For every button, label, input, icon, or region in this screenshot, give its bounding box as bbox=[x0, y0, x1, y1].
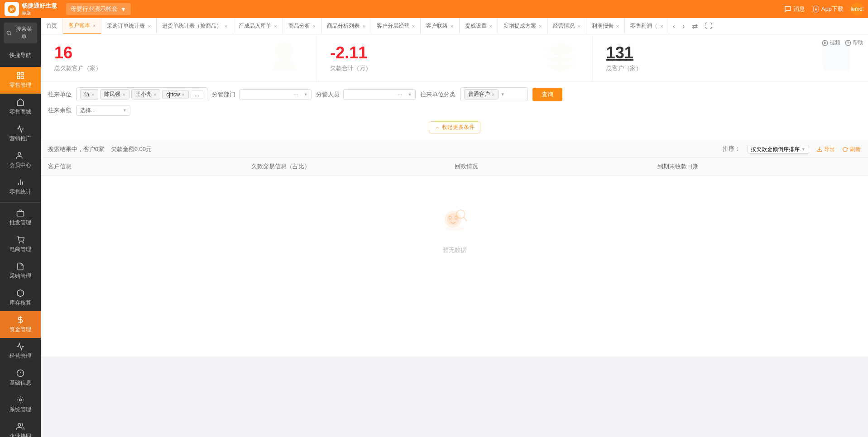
tab-product-analysis-list[interactable]: 商品分析列表 × bbox=[321, 18, 371, 34]
tab-bar: 首页 客户账本 × 采购订单统计表 × 进货单统计表（按商品） × 产成品入库单… bbox=[41, 18, 868, 34]
sidebar-item-basic-info-label: 基础信息 bbox=[10, 379, 31, 387]
account-selector[interactable]: 母婴行业演示帐套 ▼ bbox=[66, 3, 131, 15]
svg-rect-8 bbox=[17, 76, 19, 79]
logo-subtext: 标版 bbox=[22, 10, 57, 16]
sidebar-item-ecommerce[interactable]: 电商管理 bbox=[0, 231, 41, 258]
tab-profit-report[interactable]: 利润报告 × bbox=[586, 18, 625, 34]
tab-fullscreen[interactable]: ⛶ bbox=[701, 18, 716, 34]
sidebar-item-finance-label: 资金管理 bbox=[10, 326, 31, 333]
sidebar-item-member-center[interactable]: 会员中心 bbox=[0, 147, 41, 174]
tab-new-commission-close[interactable]: × bbox=[539, 24, 542, 29]
unit-tag-wu-remove[interactable]: × bbox=[91, 92, 94, 97]
tab-customer-segmentation-close[interactable]: × bbox=[412, 24, 415, 29]
sidebar-item-enterprise-coop-label: 企业协同 bbox=[10, 432, 31, 437]
sidebar-item-wholesale-mgmt[interactable]: 批发管理 bbox=[0, 204, 41, 231]
unit-tag-chen-remove[interactable]: × bbox=[122, 92, 125, 97]
tab-customer-contact-close[interactable]: × bbox=[451, 24, 453, 29]
balance-select[interactable]: 选择... bbox=[76, 105, 130, 116]
content-area: 首页 客户账本 × 采购订单统计表 × 进货单统计表（按商品） × 产成品入库单… bbox=[41, 18, 868, 437]
avatar[interactable]: demo2 bbox=[851, 3, 863, 15]
svg-point-22 bbox=[18, 423, 21, 426]
tab-customer-segmentation[interactable]: 客户分层经营 × bbox=[371, 18, 421, 34]
logo-area: 好 畅捷通好生意 标版 bbox=[5, 2, 57, 16]
tab-product-analysis-list-close[interactable]: × bbox=[362, 24, 365, 29]
sidebar-item-purchase-mgmt[interactable]: 采购管理 bbox=[0, 258, 41, 285]
refresh-btn[interactable]: 刷新 bbox=[842, 145, 861, 154]
tab-commission-settings-close[interactable]: × bbox=[489, 24, 492, 29]
search-menu-btn[interactable]: 搜索菜单 bbox=[4, 23, 37, 43]
unit-class-tag-normal-remove[interactable]: × bbox=[492, 92, 494, 97]
unit-class-dropdown[interactable]: ▼ bbox=[500, 92, 505, 97]
col-header-debt: 欠款交易信息（占比） bbox=[251, 162, 455, 171]
unit-tag-wang-remove[interactable]: × bbox=[153, 92, 156, 97]
sidebar-item-marketing-label: 营销推广 bbox=[10, 135, 31, 142]
unit-class-label: 往来单位分类 bbox=[420, 90, 456, 99]
download-btn[interactable]: App下载 bbox=[812, 5, 844, 13]
tab-scroll-right[interactable]: › bbox=[679, 18, 688, 34]
tab-retail-profit-close[interactable]: × bbox=[660, 24, 663, 29]
tab-commission-settings[interactable]: 提成设置 × bbox=[460, 18, 498, 34]
sidebar-item-enterprise-coop[interactable]: 企业协同 bbox=[0, 418, 41, 437]
sort-label: 排序： bbox=[723, 145, 740, 154]
unit-more-btn[interactable]: ... bbox=[191, 90, 203, 99]
person-label: 分管人员 bbox=[316, 90, 340, 99]
stat-card-debt: -2.11 欠款合计（万） bbox=[317, 34, 592, 81]
unit-class-tag-input[interactable]: 普通客户 × ▼ bbox=[460, 87, 528, 101]
unit-tag-wu: 伍 × bbox=[80, 89, 98, 100]
tab-inbound-stats[interactable]: 进货单统计表（按商品） × bbox=[157, 18, 233, 34]
sidebar-item-basic-info[interactable]: 基础信息 bbox=[0, 365, 41, 391]
unit-tag-cjttcw-remove[interactable]: × bbox=[182, 92, 184, 97]
svg-rect-14 bbox=[17, 211, 24, 216]
sort-select[interactable]: 按欠款金额倒序排序 bbox=[748, 145, 809, 154]
dept-select[interactable] bbox=[239, 89, 312, 100]
person-clear[interactable]: ··· bbox=[398, 92, 402, 97]
sidebar-item-marketing[interactable]: 营销推广 bbox=[0, 120, 41, 147]
sidebar-item-retail-stats[interactable]: 零售统计 bbox=[0, 174, 41, 200]
tab-home[interactable]: 首页 bbox=[41, 18, 63, 34]
tab-product-analysis-list-label: 商品分析列表 bbox=[327, 22, 360, 30]
tab-production-inbound-close[interactable]: × bbox=[274, 24, 277, 29]
tab-product-analysis[interactable]: 商品分析 × bbox=[283, 18, 321, 34]
tab-customer-ledger[interactable]: 客户账本 × bbox=[63, 18, 101, 34]
svg-point-16 bbox=[23, 242, 24, 243]
sidebar-item-operation[interactable]: 经营管理 bbox=[0, 338, 41, 365]
sidebar-item-retail-mgmt[interactable]: 零售管理 bbox=[0, 67, 41, 94]
tab-production-inbound[interactable]: 产成品入库单 × bbox=[233, 18, 283, 34]
unit-tag-input[interactable]: 伍 × 陈民强 × 王小亮 × bbox=[76, 87, 207, 101]
sidebar-item-finance[interactable]: 资金管理 bbox=[0, 311, 41, 338]
query-btn[interactable]: 查询 bbox=[532, 88, 562, 101]
col-header-repayment: 回款情况 bbox=[455, 162, 658, 171]
tab-collapse[interactable]: ⇄ bbox=[688, 18, 701, 34]
export-btn[interactable]: 导出 bbox=[816, 145, 835, 154]
tab-purchase-stats[interactable]: 采购订单统计表 × bbox=[101, 18, 156, 34]
svg-point-40 bbox=[456, 217, 457, 218]
stat-bg-icon-1 bbox=[266, 39, 302, 77]
tab-purchase-stats-close[interactable]: × bbox=[148, 24, 150, 29]
debt-amount: 欠款金额0.00元 bbox=[111, 146, 152, 152]
sidebar-item-retail-mall[interactable]: 零售商城 bbox=[0, 94, 41, 120]
tab-customer-ledger-close[interactable]: × bbox=[93, 23, 96, 28]
tab-inbound-stats-close[interactable]: × bbox=[225, 24, 227, 29]
quick-nav-btn[interactable]: 快捷导航 bbox=[0, 48, 41, 63]
tab-customer-ledger-label: 客户账本 bbox=[68, 22, 90, 29]
tab-operation-status[interactable]: 经营情况 × bbox=[547, 18, 586, 34]
tab-customer-contact[interactable]: 客户联络 × bbox=[421, 18, 459, 34]
svg-line-5 bbox=[10, 34, 11, 35]
person-select[interactable] bbox=[343, 89, 416, 100]
balance-wrapper: 选择... bbox=[76, 105, 130, 116]
dept-clear[interactable]: ··· bbox=[294, 92, 298, 97]
sidebar-item-inventory[interactable]: 库存核算 bbox=[0, 285, 41, 311]
tab-new-commission[interactable]: 新增提成方案 × bbox=[498, 18, 547, 34]
tab-product-analysis-close[interactable]: × bbox=[313, 24, 316, 29]
sidebar-item-system[interactable]: 系统管理 bbox=[0, 391, 41, 418]
unit-tag-chen: 陈民强 × bbox=[100, 89, 129, 100]
tab-retail-profit[interactable]: 零售利润（ × bbox=[625, 18, 669, 34]
tab-product-analysis-label: 商品分析 bbox=[288, 22, 310, 30]
tab-scroll-left[interactable]: ‹ bbox=[669, 18, 679, 34]
collapse-btn[interactable]: 收起更多条件 bbox=[429, 121, 480, 133]
sidebar-item-operation-label: 经营管理 bbox=[10, 352, 31, 360]
tab-profit-report-close[interactable]: × bbox=[616, 24, 619, 29]
tab-operation-status-close[interactable]: × bbox=[577, 24, 580, 29]
collapse-row: 收起更多条件 bbox=[48, 119, 861, 135]
message-btn[interactable]: 消息 bbox=[784, 5, 805, 13]
